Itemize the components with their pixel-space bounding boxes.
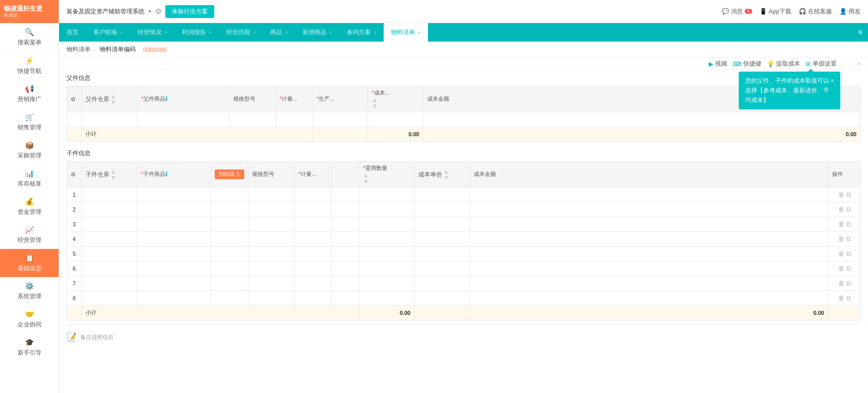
child-row8-unit[interactable] <box>295 291 332 306</box>
copy-icon-1[interactable]: ⧉ <box>846 191 851 199</box>
tab-history[interactable]: 经营历程 × <box>219 23 263 42</box>
child-row2-warehouse[interactable] <box>82 202 137 217</box>
child-row7-unit[interactable] <box>295 276 332 291</box>
sidebar-item-basic-info[interactable]: 📋 基础信息 <box>0 249 59 277</box>
th-parent-cost[interactable]: *成本... ▲▼ <box>368 86 423 112</box>
child-row1-cost-amount[interactable] <box>470 187 828 202</box>
copy-icon-4[interactable]: ⧉ <box>846 235 851 243</box>
single-settings-btn[interactable]: ⊞ 单据设置 <box>806 60 837 68</box>
tab-profit[interactable]: 利润报告 × <box>175 23 219 42</box>
th-child-unit-cost[interactable]: 成本单价 ▲▼ <box>415 162 470 187</box>
child-row3-warehouse[interactable] <box>82 217 137 232</box>
sidebar-item-inventory[interactable]: 📊 库存核算 <box>0 164 59 193</box>
child-row3-unit-cost[interactable] <box>415 217 470 232</box>
child-row6-product[interactable] <box>137 261 211 276</box>
tab-new-goods-close[interactable]: × <box>329 30 332 35</box>
child-row6-unit-cost[interactable] <box>415 261 470 276</box>
child-row5-unit[interactable] <box>295 247 332 261</box>
tab-customers[interactable]: 客户联络 × <box>86 23 130 42</box>
th-child-product[interactable]: *子件商品ℹ <box>137 162 211 187</box>
parent-row1-production[interactable] <box>313 112 368 127</box>
menu-icon[interactable]: ≡ <box>857 60 861 67</box>
child-row8-spec[interactable] <box>248 291 295 306</box>
delete-icon-8[interactable]: 🗑 <box>838 294 844 302</box>
sidebar-item-sales[interactable]: 🛒 销售管理 <box>0 108 59 136</box>
copy-icon-8[interactable]: ⧉ <box>846 294 851 302</box>
child-row3-unit[interactable] <box>295 217 332 232</box>
child-row4-product[interactable] <box>137 232 211 247</box>
shortcut-btn[interactable]: ⌨ 快捷键 <box>733 60 761 68</box>
child-row7-qty[interactable] <box>359 276 415 291</box>
child-row2-qty[interactable] <box>359 202 415 217</box>
user-btn[interactable]: 👤 用友 <box>839 7 861 16</box>
child-row6-unit[interactable] <box>295 261 332 276</box>
th-child-unit[interactable]: *计量... <box>295 162 332 187</box>
child-row5-spec[interactable] <box>248 247 295 261</box>
prev-icon[interactable]: ‹ <box>842 60 844 67</box>
child-row1-spec[interactable] <box>248 187 295 202</box>
parent-row1-warehouse[interactable] <box>82 112 137 127</box>
th-parent-warehouse[interactable]: 父件仓库 ▲▼ <box>82 86 137 112</box>
tab-bom[interactable]: 物料清单 × <box>384 23 428 42</box>
th-parent-production[interactable]: *生产... <box>313 86 368 112</box>
delete-icon-1[interactable]: 🗑 <box>838 191 844 199</box>
th-child-warehouse[interactable]: 子件仓库 ▲▼ <box>82 162 137 187</box>
child-row5-unit-cost[interactable] <box>415 247 470 261</box>
child-row2-unit-cost[interactable] <box>415 202 470 217</box>
child-row2-unit[interactable] <box>295 202 332 217</box>
tab-barcode[interactable]: 条码方案 × <box>339 23 384 42</box>
child-row6-warehouse[interactable] <box>82 261 137 276</box>
sidebar-search[interactable]: 🔍 搜索菜单 <box>0 23 59 52</box>
view-btn[interactable]: ▶ 视频 <box>709 60 727 68</box>
app-download-btn[interactable]: 📱 App下载 <box>760 7 791 16</box>
delete-icon-7[interactable]: 🗑 <box>838 279 844 287</box>
child-row1-product[interactable] <box>137 187 211 202</box>
child-row6-spec[interactable] <box>248 261 295 276</box>
delete-icon-3[interactable]: 🗑 <box>838 220 844 228</box>
tab-home[interactable]: 首页 <box>59 23 86 42</box>
child-row5-warehouse[interactable] <box>82 247 137 261</box>
tab-bom-close[interactable]: × <box>418 30 421 35</box>
child-row1-warehouse[interactable] <box>82 187 137 202</box>
child-row3-spec[interactable] <box>248 217 295 232</box>
tab-barcode-close[interactable]: × <box>374 30 376 35</box>
parent-row1-cost[interactable] <box>368 112 423 127</box>
th-child-spec[interactable]: 规格型号 <box>248 162 295 187</box>
child-row5-qty[interactable] <box>359 247 415 261</box>
child-row2-spec[interactable] <box>248 202 295 217</box>
child-row3-product[interactable] <box>137 217 211 232</box>
next-icon[interactable]: › <box>850 60 851 67</box>
extract-cost-btn[interactable]: 💡 提取成本 <box>767 60 800 68</box>
delete-icon-6[interactable]: 🗑 <box>838 265 844 272</box>
sidebar-item-purchase[interactable]: 📦 采购管理 <box>0 136 59 164</box>
child-row7-unit-cost[interactable] <box>415 276 470 291</box>
sidebar-item-system[interactable]: ⚙️ 系统管理 <box>0 277 59 305</box>
delete-icon-2[interactable]: 🗑 <box>838 206 844 213</box>
copy-icon-5[interactable]: ⧉ <box>846 250 851 258</box>
child-row3-qty[interactable] <box>359 217 415 232</box>
delete-icon-4[interactable]: 🗑 <box>838 235 844 243</box>
parent-row1-cost-amount[interactable] <box>423 112 861 127</box>
child-row4-unit[interactable] <box>295 232 332 247</box>
th-child-gear[interactable]: ⚙ <box>67 162 82 187</box>
child-row6-cost-amount[interactable] <box>470 261 828 276</box>
child-row7-warehouse[interactable] <box>82 276 137 291</box>
th-parent-gear[interactable]: ⚙ <box>67 86 82 112</box>
copy-icon-7[interactable]: ⧉ <box>846 279 851 287</box>
child-row7-product[interactable] <box>137 276 211 291</box>
scan-button[interactable]: 扫码录入 <box>215 169 244 179</box>
tab-new-goods[interactable]: 新增商品 × <box>295 23 339 42</box>
th-parent-product[interactable]: *父件商品ℹ <box>137 86 229 112</box>
child-row4-qty[interactable] <box>359 232 415 247</box>
child-row7-spec[interactable] <box>248 276 295 291</box>
child-row1-qty[interactable] <box>359 187 415 202</box>
child-row4-cost-amount[interactable] <box>470 232 828 247</box>
child-row4-spec[interactable] <box>248 232 295 247</box>
sidebar-item-finance[interactable]: 💰 资金管理 <box>0 193 59 221</box>
topbar-dropdown-icon[interactable]: ▾ <box>148 8 151 15</box>
child-row2-product[interactable] <box>137 202 211 217</box>
th-child-scan[interactable]: 扫码录入 <box>211 162 248 187</box>
tab-operations[interactable]: 经营情况 × <box>130 23 175 42</box>
topbar-gear-icon[interactable]: ⚙ <box>155 7 162 16</box>
tab-customers-close[interactable]: × <box>120 30 123 35</box>
